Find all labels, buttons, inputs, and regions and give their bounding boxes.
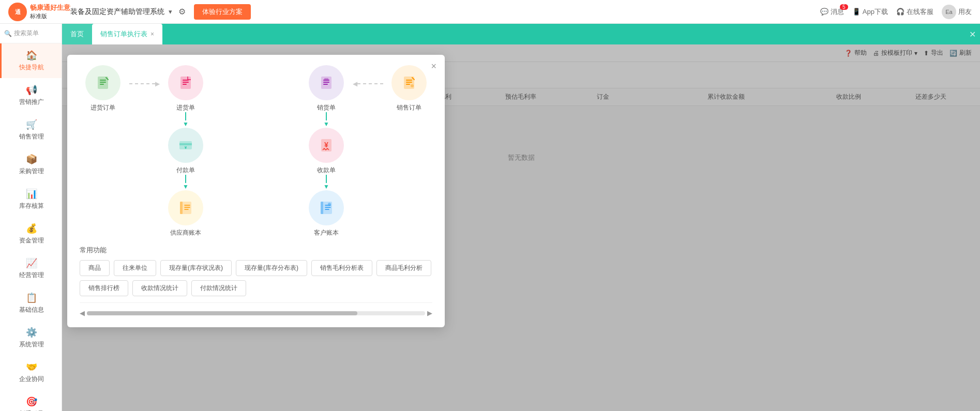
search-icon: 🔍 bbox=[4, 30, 12, 37]
svg-text:¥: ¥ bbox=[324, 141, 328, 149]
svg-rect-14 bbox=[180, 202, 183, 214]
supplier-ledger-node[interactable]: 供应商账本 bbox=[162, 190, 209, 237]
svg-rect-5 bbox=[324, 78, 328, 80]
enterprise-icon: 🤝 bbox=[26, 361, 37, 373]
sidebar-item-enterprise[interactable]: 🤝 企业协同 bbox=[0, 355, 62, 390]
payment-circle: ¥ bbox=[168, 128, 203, 163]
sidebar-item-guide[interactable]: 🎯 新手引导 bbox=[0, 390, 62, 411]
func-btn-sales-ranking[interactable]: 销售排行榜 bbox=[80, 280, 128, 296]
user-area[interactable]: Ea 用友 bbox=[942, 5, 972, 19]
customer-ledger-node[interactable]: 客户账本 bbox=[303, 190, 350, 237]
header-right: 💬 消息 5 📱 App下载 🎧 在线客服 Ea 用友 bbox=[820, 5, 972, 19]
func-btn-receipt-stats[interactable]: 收款情况统计 bbox=[132, 280, 187, 296]
receipt-circle: ¥ bbox=[309, 128, 344, 163]
main-layout: 🔍 搜索菜单 🏠 快捷导航 📢 营销推广 🛒 销售管理 📦 采购管理 📊 库存核… bbox=[0, 24, 980, 411]
sales-icon: 🛒 bbox=[26, 119, 37, 130]
func-btn-counterpart[interactable]: 往来单位 bbox=[114, 260, 156, 276]
svg-text:¥: ¥ bbox=[185, 145, 187, 150]
modal-close-btn[interactable]: × bbox=[431, 61, 436, 72]
modal-scrollbar: ◀ ▶ bbox=[80, 302, 432, 317]
close-all-tabs-btn[interactable]: ✕ bbox=[969, 29, 976, 39]
func-btn-inventory-status[interactable]: 现存量(库存状况表) bbox=[160, 260, 232, 276]
phone-icon: 📱 bbox=[852, 8, 861, 16]
system-title: 装备及固定资产辅助管理系统 ▾ ⚙ 体验行业方案 bbox=[70, 4, 820, 20]
supplier-ledger-circle bbox=[168, 190, 203, 225]
tab-close-icon[interactable]: × bbox=[150, 31, 154, 38]
svg-text:通: 通 bbox=[15, 9, 21, 15]
purchase-icon: 📦 bbox=[26, 154, 37, 165]
logo-icon: 通 bbox=[8, 3, 27, 21]
sidebar-item-inventory[interactable]: 📊 库存核算 bbox=[0, 182, 62, 217]
logo-text: 畅康通好生意 标准版 bbox=[30, 4, 70, 20]
message-icon: 💬 bbox=[820, 8, 828, 16]
func-btn-inventory-distribution[interactable]: 现存量(库存分布表) bbox=[236, 260, 307, 276]
sales-order-circle bbox=[391, 65, 427, 100]
operations-icon: 📈 bbox=[26, 257, 37, 269]
content-area: 首页 销售订单执行表 × ✕ ❓ 帮助 🖨 按模板打印 bbox=[62, 24, 980, 411]
finance-icon: 💰 bbox=[26, 223, 37, 234]
settings-icon[interactable]: ⚙ bbox=[178, 7, 186, 17]
logo-area: 通 畅康通好生意 标准版 bbox=[8, 3, 70, 21]
purchase-receipt-circle bbox=[168, 65, 203, 100]
func-btn-payment-stats[interactable]: 付款情况统计 bbox=[191, 280, 246, 296]
inventory-icon: 📊 bbox=[26, 188, 37, 200]
sales-receipt-node[interactable]: 销货单 bbox=[303, 65, 350, 112]
modal-box: × bbox=[67, 55, 445, 327]
purchase-order-node[interactable]: 进货订单 bbox=[80, 65, 126, 112]
tab-sales-order[interactable]: 销售订单执行表 × bbox=[92, 24, 162, 44]
tab-bar: 首页 销售订单执行表 × ✕ bbox=[62, 24, 980, 44]
sidebar-item-purchase[interactable]: 📦 采购管理 bbox=[0, 147, 62, 182]
scroll-left-arrow[interactable]: ◀ bbox=[80, 309, 85, 317]
svg-point-7 bbox=[411, 84, 414, 87]
scroll-right-arrow[interactable]: ▶ bbox=[427, 309, 432, 317]
top-header: 通 畅康通好生意 标准版 装备及固定资产辅助管理系统 ▾ ⚙ 体验行业方案 💬 … bbox=[0, 0, 980, 24]
home-icon: 🏠 bbox=[26, 50, 37, 61]
svg-point-17 bbox=[328, 203, 331, 206]
sidebar: 🔍 搜索菜单 🏠 快捷导航 📢 营销推广 🛒 销售管理 📦 采购管理 📊 库存核… bbox=[0, 24, 62, 411]
payment-node[interactable]: ¥ 付款单 bbox=[162, 128, 209, 175]
sales-order-node[interactable]: 销售订单 bbox=[386, 65, 432, 112]
common-functions: 常用功能 商品 往来单位 现存量(库存状况表) 现存量(库存分布表) 销售毛利分… bbox=[80, 246, 432, 296]
app-download-btn[interactable]: 📱 App下载 bbox=[852, 7, 888, 17]
sidebar-item-system[interactable]: ⚙️ 系统管理 bbox=[0, 321, 62, 355]
sidebar-item-finance[interactable]: 💰 资金管理 bbox=[0, 217, 62, 251]
marketing-icon: 📢 bbox=[26, 84, 37, 96]
scrollbar-track[interactable] bbox=[87, 311, 425, 315]
sidebar-item-basic-info[interactable]: 📋 基础信息 bbox=[0, 286, 62, 321]
sidebar-item-marketing[interactable]: 📢 营销推广 bbox=[0, 78, 62, 113]
receipt-node[interactable]: ¥ 收款单 bbox=[303, 128, 350, 175]
func-btn-row-2: 销售排行榜 收款情况统计 付款情况统计 bbox=[80, 280, 432, 296]
system-icon: ⚙️ bbox=[26, 327, 37, 338]
page-content: ❓ 帮助 🖨 按模板打印 ▾ ⬆ 导出 🔄 刷新 bbox=[62, 44, 980, 411]
sidebar-search[interactable]: 🔍 搜索菜单 bbox=[0, 24, 62, 43]
sidebar-item-sales[interactable]: 🛒 销售管理 bbox=[0, 113, 62, 147]
func-btn-product-gross-profit[interactable]: 商品毛利分析 bbox=[376, 260, 431, 276]
system-dropdown-icon[interactable]: ▾ bbox=[169, 8, 172, 16]
sidebar-item-quick-nav[interactable]: 🏠 快捷导航 bbox=[0, 43, 62, 78]
system-name: 装备及固定资产辅助管理系统 bbox=[70, 7, 164, 17]
purchase-order-circle bbox=[85, 65, 120, 100]
message-btn[interactable]: 💬 消息 5 bbox=[820, 7, 844, 17]
headset-icon: 🎧 bbox=[896, 8, 904, 16]
common-functions-title: 常用功能 bbox=[80, 246, 432, 255]
sales-receipt-circle bbox=[309, 65, 344, 100]
purchase-receipt-node[interactable]: 进货单 bbox=[162, 65, 209, 112]
guide-icon: 🎯 bbox=[26, 396, 37, 407]
experience-btn[interactable]: 体验行业方案 bbox=[194, 4, 251, 20]
func-btn-sales-gross-profit[interactable]: 销售毛利分析表 bbox=[311, 260, 372, 276]
sidebar-item-operations[interactable]: 📈 经营管理 bbox=[0, 251, 62, 286]
avatar: Ea bbox=[942, 5, 956, 19]
func-btn-product[interactable]: 商品 bbox=[80, 260, 110, 276]
func-btn-row-1: 商品 往来单位 现存量(库存状况表) 现存量(库存分布表) 销售毛利分析表 商品… bbox=[80, 260, 432, 276]
message-badge: 5 bbox=[840, 4, 848, 10]
svg-rect-16 bbox=[321, 202, 323, 214]
modal-wrapper: × bbox=[62, 44, 980, 411]
tab-home[interactable]: 首页 bbox=[62, 24, 92, 44]
basic-info-icon: 📋 bbox=[26, 292, 37, 303]
online-service-btn[interactable]: 🎧 在线客服 bbox=[896, 7, 933, 17]
customer-ledger-circle bbox=[309, 190, 344, 225]
